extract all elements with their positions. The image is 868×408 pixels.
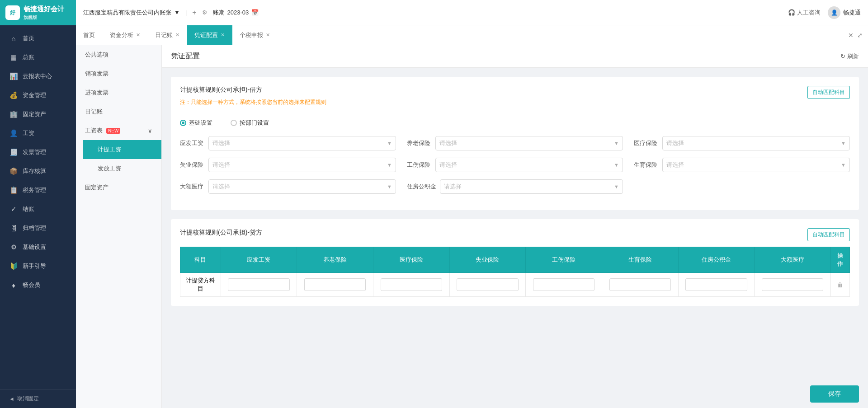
debit-section-note: 注：只能选择一种方式，系统将按照您当前的选择来配置规则: [180, 98, 326, 106]
sidebar-item-settlement[interactable]: ✓ 结账: [0, 200, 76, 219]
logo-icon: 好: [5, 5, 20, 20]
delete-row-button[interactable]: 🗑: [837, 281, 843, 288]
sec-nav-public[interactable]: 公共选项: [76, 45, 161, 64]
cell-gjj: [678, 273, 755, 297]
sec-nav-sales[interactable]: 销项发票: [76, 64, 161, 83]
assets-icon: 🏢: [9, 110, 18, 118]
user-menu[interactable]: 👤 畅捷通: [828, 6, 861, 19]
gear-button[interactable]: ⚙: [202, 9, 208, 16]
company-name: 江西服宝精品有限责任公司内账张: [83, 9, 171, 17]
sidebar-item-reports[interactable]: 📊 云报表中心: [0, 67, 76, 86]
sec-nav-payroll-issue[interactable]: 发放工资: [83, 159, 161, 178]
sidebar-item-tax[interactable]: 📋 税务管理: [0, 181, 76, 200]
sec-nav-purchase[interactable]: 进项发票: [76, 83, 161, 102]
sidebar-item-payroll[interactable]: 👤 工资: [0, 124, 76, 143]
col-action: 操作: [830, 247, 849, 273]
app-version: 旗舰版: [24, 14, 64, 21]
col-deyiliao: 大额医疗: [755, 247, 831, 273]
sec-nav-journal[interactable]: 日记账: [76, 102, 161, 121]
sidebar-item-fund-label: 资金管理: [23, 91, 46, 99]
field-sybx2-select[interactable]: 请选择 ▼: [662, 158, 850, 172]
input-yfgz[interactable]: [228, 278, 289, 291]
user-name: 畅捷通: [843, 9, 861, 17]
debit-radio-group: 基础设置 按部门设置: [180, 119, 850, 127]
refresh-button[interactable]: ↻ 刷新: [840, 52, 859, 61]
radio-dept[interactable]: 按部门设置: [231, 119, 269, 127]
input-gjj[interactable]: [685, 278, 747, 291]
radio-basic[interactable]: 基础设置: [180, 119, 212, 127]
field-deyiliao-select[interactable]: 请选择 ▼: [208, 179, 396, 194]
radio-dept-circle: [231, 120, 237, 126]
archive-icon: 🗄: [9, 225, 18, 232]
debit-auto-match-button[interactable]: 自动匹配科目: [807, 86, 850, 99]
field-sybx2-placeholder: 请选择: [666, 161, 684, 169]
credit-table: 科目 应发工资 养老保险 医疗保险 失业保险 工伤保险 生育保险 住房公积金 大…: [180, 247, 850, 297]
sidebar-item-home-label: 首页: [23, 34, 34, 42]
payroll-icon: 👤: [9, 129, 18, 137]
input-gsbx[interactable]: [533, 278, 594, 291]
field-gjj-select[interactable]: 请选择 ▼: [440, 179, 623, 194]
input-sybx2[interactable]: [609, 278, 671, 291]
add-button[interactable]: +: [192, 9, 196, 17]
input-sybx[interactable]: [457, 278, 518, 291]
company-selector[interactable]: 江西服宝精品有限责任公司内账张 ▼: [83, 9, 180, 17]
tab-bar: 首页 资金分析 ✕ 日记账 ✕ 凭证配置 ✕ 个税申报 ✕ ✕ ⤢: [76, 25, 868, 45]
inventory-icon: 📦: [9, 167, 18, 175]
tab-home[interactable]: 首页: [76, 25, 103, 45]
sidebar-item-archive-label: 归档管理: [23, 224, 46, 232]
field-ylbx2-select[interactable]: 请选择 ▼: [662, 136, 850, 150]
cancel-pin-button[interactable]: ◄ 取消固定: [0, 389, 76, 408]
sidebar-item-inventory[interactable]: 📦 库存核算: [0, 162, 76, 181]
sidebar-item-membership[interactable]: ♦ 畅会员: [0, 276, 76, 295]
tab-journal-close[interactable]: ✕: [175, 32, 179, 38]
sec-nav-fixed-assets[interactable]: 固定资产: [76, 178, 161, 197]
guide-icon: 🔰: [9, 262, 18, 270]
sidebar-item-guide[interactable]: 🔰 新手引导: [0, 257, 76, 276]
field-gsbx: 工伤保险 请选择 ▼: [407, 158, 623, 172]
tab-fund[interactable]: 资金分析 ✕: [103, 25, 148, 45]
tab-tax-close[interactable]: ✕: [266, 32, 270, 38]
sidebar-item-ledger-label: 总账: [23, 53, 34, 61]
tab-journal[interactable]: 日记账 ✕: [148, 25, 187, 45]
tab-voucher-close[interactable]: ✕: [221, 32, 225, 38]
calendar-icon[interactable]: 📅: [251, 9, 259, 16]
tab-voucher[interactable]: 凭证配置 ✕: [187, 25, 232, 45]
sidebar-item-fund[interactable]: 💰 资金管理: [0, 86, 76, 105]
sidebar-item-home[interactable]: ⌂ 首页: [0, 29, 76, 48]
input-ylbx[interactable]: [304, 278, 366, 291]
field-sybx-select[interactable]: 请选择 ▼: [208, 158, 396, 172]
tab-tax[interactable]: 个税申报 ✕: [232, 25, 278, 45]
close-tab-button[interactable]: ✕: [848, 32, 854, 39]
reports-icon: 📊: [9, 72, 18, 80]
expand-tab-button[interactable]: ⤢: [857, 32, 863, 39]
credit-auto-match-button[interactable]: 自动匹配科目: [807, 228, 850, 241]
sec-nav-fixed-assets-label: 固定资产: [85, 183, 108, 192]
tax-icon: 📋: [9, 186, 18, 194]
chevron-icon: ▼: [387, 141, 392, 146]
tab-fund-close[interactable]: ✕: [136, 32, 140, 38]
field-yfgz-select[interactable]: 请选择 ▼: [208, 136, 396, 150]
field-yfgz: 应发工资 请选择 ▼: [180, 136, 396, 150]
sidebar-item-settings[interactable]: ⚙ 基础设置: [0, 238, 76, 257]
sidebar-item-invoice[interactable]: 🧾 发票管理: [0, 143, 76, 162]
chevron-icon4: ▼: [387, 162, 392, 168]
tab-journal-label: 日记账: [155, 31, 173, 39]
field-gjj: 住房公积金 请选择 ▼: [407, 179, 623, 194]
page-content: 凭证配置 ↻ 刷新 计提核算规则(公司承担)-借方 注：只能选择一种方式，系统将…: [162, 45, 868, 408]
sidebar-item-archive[interactable]: 🗄 归档管理: [0, 219, 76, 238]
field-ylbx2: 医疗保险 请选择 ▼: [634, 136, 850, 150]
sec-nav-payroll-sheet[interactable]: 工资表 NEW ∨: [76, 121, 161, 140]
col-subject: 科目: [180, 247, 221, 273]
field-gsbx-select[interactable]: 请选择 ▼: [435, 158, 623, 172]
sidebar-item-ledger[interactable]: ▦ 总账: [0, 48, 76, 67]
credit-section-title: 计提核算规则(公司承担)-贷方: [180, 229, 262, 237]
input-deyiliao[interactable]: [762, 278, 823, 291]
home-icon: ⌂: [9, 35, 18, 42]
input-ylbx2[interactable]: [381, 278, 442, 291]
sec-nav-purchase-label: 进项发票: [85, 89, 108, 97]
field-ylbx-select[interactable]: 请选择 ▼: [435, 136, 623, 150]
sec-nav-payroll-accrual[interactable]: 计提工资: [83, 140, 161, 159]
save-button[interactable]: 保存: [810, 385, 859, 403]
support-button[interactable]: 🎧 人工咨询: [788, 9, 821, 17]
sidebar-item-assets[interactable]: 🏢 固定资产: [0, 105, 76, 124]
